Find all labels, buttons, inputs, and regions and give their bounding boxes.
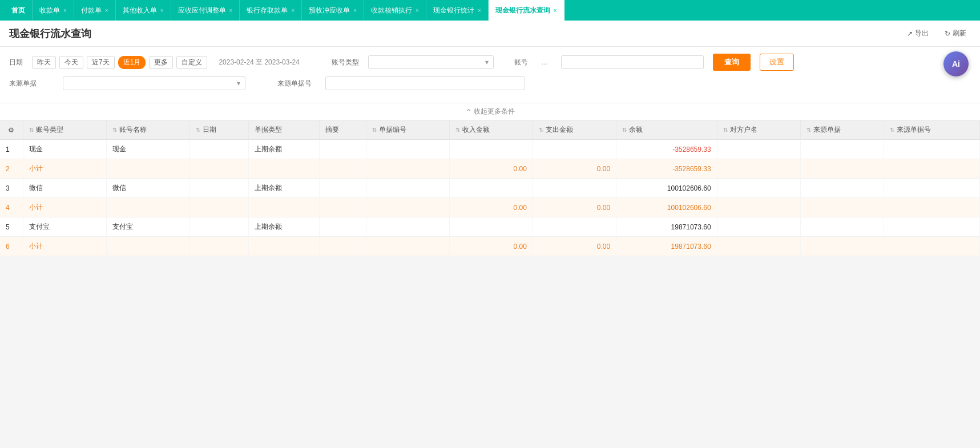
- nav-tab-liushui[interactable]: 现金银行流水查询 ×: [489, 0, 564, 21]
- nav-tab-shoukuan[interactable]: 收款单 ×: [33, 0, 74, 21]
- col-balance[interactable]: ⇅余额: [616, 120, 717, 140]
- cell-date: [189, 198, 248, 217]
- source-doc-label: 来源单据: [9, 79, 37, 88]
- nav-home[interactable]: 首页: [5, 0, 33, 21]
- nav-tab-qita[interactable]: 其他收入单 ×: [116, 0, 171, 21]
- settings-button[interactable]: 设置: [760, 54, 794, 71]
- cell-counterpart: [717, 237, 800, 256]
- date-shortcuts: 昨天 今天 近7天 近1月 更多 自定义: [32, 56, 207, 69]
- date-custom[interactable]: 自定义: [176, 56, 207, 69]
- cell-doc-no: [366, 198, 449, 217]
- query-button[interactable]: 查询: [713, 54, 751, 71]
- account-dots[interactable]: ...: [537, 56, 552, 68]
- table-row: 4 小计 0.00 0.00 100102606.60: [0, 198, 980, 217]
- col-doc-no[interactable]: ⇅单据编号: [366, 120, 449, 140]
- cell-source-doc-no: [884, 237, 980, 256]
- nav-tab-yushou[interactable]: 预收冲应收单 ×: [302, 0, 364, 21]
- cell-doc-no: [366, 140, 449, 159]
- col-source-doc[interactable]: ⇅来源单据: [800, 120, 884, 140]
- top-nav: 首页 收款单 × 付款单 × 其他收入单 × 应收应付调整单 × 银行存取款单 …: [0, 0, 980, 21]
- cell-account-name: 支付宝: [106, 217, 189, 237]
- close-icon[interactable]: ×: [291, 7, 295, 14]
- nav-tab-yingshou[interactable]: 应收应付调整单 ×: [171, 0, 240, 21]
- data-table: ⚙ ⇅账号类型 ⇅账号名称 ⇅日期 单据类型 摘要 ⇅单据编号 ⇅收入金额 ⇅支…: [0, 120, 980, 256]
- close-icon[interactable]: ×: [105, 7, 108, 14]
- cell-counterpart: [717, 159, 800, 179]
- cell-source-doc: [800, 159, 884, 179]
- cell-source-doc: [800, 140, 884, 159]
- date-today[interactable]: 今天: [59, 56, 83, 69]
- nav-tab-tongji[interactable]: 现金银行统计 ×: [426, 0, 489, 21]
- close-icon[interactable]: ×: [478, 7, 481, 14]
- close-icon[interactable]: ×: [353, 7, 357, 14]
- source-doc-no-input[interactable]: [325, 76, 525, 90]
- cell-source-doc-no: [884, 179, 980, 198]
- col-account-type[interactable]: ⇅账号类型: [23, 120, 106, 140]
- cell-doc-no: [366, 217, 449, 237]
- cell-doc-no: [366, 179, 449, 198]
- cell-source-doc-no: [884, 198, 980, 217]
- col-settings[interactable]: ⚙: [0, 120, 23, 140]
- source-doc-select[interactable]: ▾: [63, 76, 245, 90]
- page-title: 现金银行流水查询: [9, 27, 91, 41]
- cell-account-type: 现金: [23, 140, 106, 159]
- cell-date: [189, 217, 248, 237]
- cell-source-doc-no: [884, 140, 980, 159]
- cell-source-doc-no: [884, 159, 980, 179]
- table-body: 1 现金 现金 上期余额 -3528659.33 2 小计 0.00 0.00 …: [0, 140, 980, 256]
- cell-source-doc: [800, 217, 884, 237]
- cell-row-num: 5: [0, 217, 23, 237]
- chevron-down-icon: ▾: [237, 79, 240, 87]
- cell-source-doc-no: [884, 217, 980, 237]
- export-button[interactable]: ↗ 导出: [902, 26, 933, 41]
- cell-expense: [533, 179, 616, 198]
- account-input[interactable]: [561, 55, 704, 69]
- close-icon[interactable]: ×: [416, 7, 419, 14]
- cell-row-num: 2: [0, 159, 23, 179]
- cell-source-doc: [800, 198, 884, 217]
- nav-tab-yinhang[interactable]: 银行存取款单 ×: [240, 0, 302, 21]
- close-icon[interactable]: ×: [160, 7, 164, 14]
- cell-income: [449, 179, 533, 198]
- account-type-select[interactable]: ▾: [368, 55, 494, 69]
- cell-expense: 0.00: [533, 237, 616, 256]
- cell-account-type: 支付宝: [23, 217, 106, 237]
- date-yesterday[interactable]: 昨天: [32, 56, 56, 69]
- col-account-name[interactable]: ⇅账号名称: [106, 120, 189, 140]
- col-summary[interactable]: 摘要: [320, 120, 366, 140]
- cell-summary: [320, 159, 366, 179]
- col-counterpart[interactable]: ⇅对方户名: [717, 120, 800, 140]
- refresh-button[interactable]: ↻ 刷新: [940, 26, 971, 41]
- col-date[interactable]: ⇅日期: [189, 120, 248, 140]
- table-row: 1 现金 现金 上期余额 -3528659.33: [0, 140, 980, 159]
- collapse-label: 收起更多条件: [474, 107, 515, 116]
- refresh-icon: ↻: [945, 30, 950, 38]
- close-icon[interactable]: ×: [63, 7, 67, 14]
- date-last1m[interactable]: 近1月: [118, 56, 146, 69]
- nav-tab-hexiao[interactable]: 收款核销执行 ×: [364, 0, 426, 21]
- cell-account-type: 小计: [23, 237, 106, 256]
- cell-balance: 19871073.60: [616, 217, 717, 237]
- cell-row-num: 6: [0, 237, 23, 256]
- cell-balance: -3528659.33: [616, 140, 717, 159]
- ai-assistant-button[interactable]: Ai: [943, 51, 969, 76]
- collapse-bar[interactable]: ⌃ 收起更多条件: [0, 103, 980, 120]
- cell-income: 0.00: [449, 198, 533, 217]
- col-source-doc-no[interactable]: ⇅来源单据号: [884, 120, 980, 140]
- date-last7[interactable]: 近7天: [87, 56, 115, 69]
- account-label: 账号: [514, 58, 528, 67]
- cell-doc-type: [248, 237, 320, 256]
- col-doc-type[interactable]: 单据类型: [248, 120, 320, 140]
- cell-account-name: 现金: [106, 140, 189, 159]
- col-income[interactable]: ⇅收入金额: [449, 120, 533, 140]
- col-expense[interactable]: ⇅支出金额: [533, 120, 616, 140]
- cell-date: [189, 140, 248, 159]
- cell-summary: [320, 237, 366, 256]
- close-icon[interactable]: ×: [229, 7, 233, 14]
- cell-row-num: 3: [0, 179, 23, 198]
- cell-summary: [320, 217, 366, 237]
- close-icon[interactable]: ×: [554, 7, 557, 14]
- nav-tab-fukuan[interactable]: 付款单 ×: [74, 0, 116, 21]
- cell-doc-type: 上期余额: [248, 179, 320, 198]
- date-more[interactable]: 更多: [149, 56, 173, 69]
